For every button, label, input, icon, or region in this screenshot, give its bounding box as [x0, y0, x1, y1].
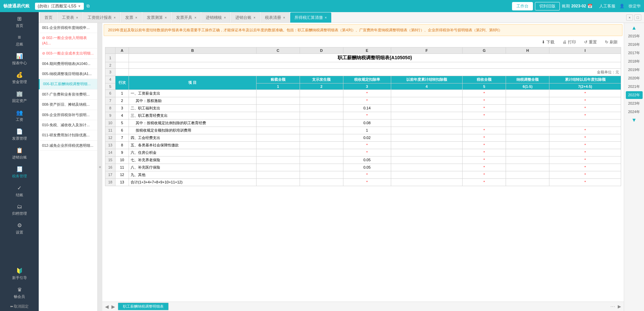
cell-7-c[interactable]	[256, 97, 300, 104]
cell-8-d[interactable]	[300, 104, 343, 112]
sidebar-item-settings[interactable]: ⚙ 设置	[0, 219, 39, 238]
tab-close-invoice-calc[interactable]: ×	[165, 16, 167, 20]
cell-11-e[interactable]: 1	[343, 127, 391, 134]
cell-13-f[interactable]	[391, 141, 463, 149]
more-icon[interactable]: ⋯	[610, 304, 615, 309]
tab-income-tax[interactable]: 所得税汇算清缴 ×	[290, 12, 331, 23]
cell-7-h[interactable]	[506, 97, 549, 104]
tab-close-in-check[interactable]: ×	[224, 16, 226, 20]
tab-close-invoice-open[interactable]: ×	[194, 16, 196, 20]
cell-15-f[interactable]	[391, 156, 463, 164]
sidebar-item-wizard[interactable]: 🔰 新手引导	[0, 264, 39, 283]
cell-8-c[interactable]	[256, 104, 300, 112]
tab-close-invoice[interactable]: ×	[135, 16, 137, 20]
year-btn-2019[interactable]: 2019年	[626, 66, 643, 74]
scroll-left-arrow[interactable]: ◀	[105, 304, 109, 309]
left-panel-item-005[interactable]: 005-纳税调整项目明细表(A1...	[39, 69, 97, 79]
sidebar-item-tax-mgmt[interactable]: 🧾 税务管理	[0, 163, 39, 181]
cell-14-label[interactable]: 六、住房公积金	[129, 149, 257, 156]
cell-7-label[interactable]: 其中：股权激励	[129, 97, 257, 104]
left-panel-item-004[interactable]: 004-期间费用明细表(A1040...	[39, 59, 97, 69]
cell-16-d[interactable]	[300, 164, 343, 171]
sidebar-item-home[interactable]: ⊞ 首页	[0, 12, 39, 31]
company-selector[interactable]: (勿动）江西般宝-LSS ▼	[35, 3, 84, 10]
cell-15-h[interactable]	[506, 156, 549, 164]
cell-10-f[interactable]	[391, 119, 463, 127]
cell-11-c[interactable]	[256, 127, 300, 134]
expand-tab-button[interactable]: □	[634, 14, 641, 21]
year-nav-down[interactable]: ▼	[631, 116, 638, 124]
sidebar-item-payroll[interactable]: 👥 工资	[0, 106, 39, 125]
cell-11-label[interactable]: 按税收规定全额扣除的职培训费用	[129, 127, 257, 134]
cell-8-label[interactable]: 二、职工福利支出	[129, 104, 257, 112]
cell-17-label[interactable]: 九、其他	[129, 171, 257, 178]
sidebar-item-fixed-asset[interactable]: 🏢 固定资产	[0, 87, 39, 106]
sidebar-item-general-ledger[interactable]: ≡ 总账	[0, 31, 39, 49]
left-panel-item-003[interactable]: ⊘ 003-一般企业成本支出明细...	[39, 48, 97, 59]
old-version-button[interactable]: 切到旧版	[535, 2, 560, 10]
cell-6-c[interactable]	[256, 90, 300, 97]
unpin-button[interactable]: ⬅ 取消固定	[0, 302, 39, 311]
cell-12-h[interactable]	[506, 134, 549, 141]
left-panel-item-008[interactable]: 008-资产折旧、摊销及纳税...	[39, 100, 97, 110]
cell-13-d[interactable]	[300, 141, 343, 149]
cell-10-i[interactable]	[549, 119, 621, 127]
refresh-button[interactable]: ↻ 刷新	[603, 39, 620, 46]
support-link[interactable]: 人工客服	[599, 3, 615, 9]
panel-collapse-toggle[interactable]: «	[98, 23, 102, 311]
download-button[interactable]: ⬇ 下载	[540, 39, 556, 46]
year-btn-2022[interactable]: 2022年	[626, 91, 643, 99]
cell-3a[interactable]	[115, 68, 129, 76]
sidebar-item-report-center[interactable]: 📊 报表中心	[0, 49, 39, 68]
left-panel-item-006[interactable]: 006-职工薪酬纳税调整明细...	[39, 79, 97, 89]
cell-14-c[interactable]	[256, 149, 300, 156]
sidebar-item-archive[interactable]: 🗂 归档管理	[0, 200, 39, 219]
cell-11-f[interactable]	[391, 127, 463, 134]
cell-15-c[interactable]	[256, 156, 300, 164]
cell-15-e[interactable]: 0.05	[343, 156, 391, 164]
cell-6-f[interactable]	[391, 90, 463, 97]
tab-payroll-stat[interactable]: 工资统计报表 ×	[83, 12, 120, 23]
close-tab-button[interactable]: ×	[626, 14, 633, 21]
copy-icon[interactable]: ⧉	[87, 3, 90, 9]
cell-16-h[interactable]	[506, 164, 549, 171]
tab-in-ledger[interactable]: 进销台账 ×	[231, 12, 260, 23]
cell-10-e[interactable]: 0.08	[343, 119, 391, 127]
cell-6-d[interactable]	[300, 90, 343, 97]
tab-invoice[interactable]: 发票 ×	[121, 12, 142, 23]
cell-14-f[interactable]	[391, 149, 463, 156]
cell-9-label[interactable]: 三、职工教育经费支出	[129, 112, 257, 119]
cell-12-label[interactable]: 四、工会经费支出	[129, 134, 257, 141]
sidebar-item-closing[interactable]: ✓ 结账	[0, 181, 39, 200]
tab-close-payroll[interactable]: ×	[76, 16, 78, 20]
reset-button[interactable]: ↺ 重置	[582, 39, 599, 46]
left-panel-item-010[interactable]: 010-免税、减收收入及加计...	[39, 120, 97, 130]
cell-17-f[interactable]	[391, 171, 463, 178]
tab-payroll[interactable]: 工资表 ×	[58, 12, 82, 23]
year-btn-2024[interactable]: 2024年	[626, 108, 643, 116]
sidebar-item-invoice-mgmt[interactable]: 📄 发票管理	[0, 125, 39, 144]
cell-9-d[interactable]	[300, 112, 343, 119]
cell-18-h[interactable]	[506, 178, 549, 186]
tab-close-in-ledger[interactable]: ×	[253, 16, 256, 20]
year-btn-2023[interactable]: 2023年	[626, 100, 643, 107]
year-btn-2017[interactable]: 2017年	[626, 49, 643, 57]
cell-12-c[interactable]	[256, 134, 300, 141]
tab-invoice-calc[interactable]: 发票测算 ×	[142, 12, 171, 23]
year-btn-2016[interactable]: 2016年	[626, 41, 643, 48]
cell-12-f[interactable]	[391, 134, 463, 141]
sidebar-item-vip[interactable]: ♛ 畅会员	[0, 283, 39, 302]
cell-17-c[interactable]	[256, 171, 300, 178]
year-btn-2018[interactable]: 2018年	[626, 58, 643, 65]
cell-9-c[interactable]	[256, 112, 300, 119]
left-panel-item-011[interactable]: 011-研发费用加计扣除优惠...	[39, 130, 97, 140]
cell-7-f[interactable]	[391, 97, 463, 104]
calendar-icon[interactable]: 📅	[587, 4, 592, 8]
print-button[interactable]: 🖨 打印	[561, 39, 578, 46]
cell-14-d[interactable]	[300, 149, 343, 156]
cell-16-label[interactable]: 八、补充医疗保险	[129, 164, 257, 171]
cell-1a[interactable]	[115, 54, 129, 62]
cell-10-d[interactable]	[300, 119, 343, 127]
cell-11-d[interactable]	[300, 127, 343, 134]
sidebar-item-in-out-ledger[interactable]: 📋 进销台账	[0, 144, 39, 163]
